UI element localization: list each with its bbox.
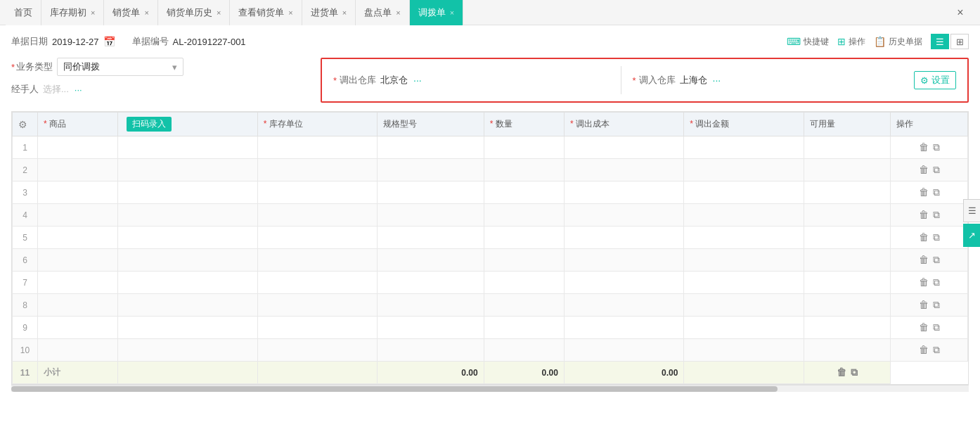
tab-close-transfer-order[interactable]: × xyxy=(450,8,454,17)
delete-icon[interactable]: 🗑 xyxy=(919,231,929,243)
cell-spec[interactable] xyxy=(377,136,484,159)
tab-home[interactable]: 首页 xyxy=(6,0,41,25)
cell-qty[interactable] xyxy=(484,204,564,227)
delete-icon[interactable]: 🗑 xyxy=(919,299,929,311)
cell-spec[interactable] xyxy=(377,159,484,181)
cell-qty[interactable] xyxy=(484,317,564,339)
sidebar-export-button[interactable]: ↗ xyxy=(963,224,980,247)
cell-qty[interactable] xyxy=(484,294,564,317)
cell-unit[interactable] xyxy=(257,159,377,181)
cell-unit[interactable] xyxy=(257,317,377,339)
copy-icon[interactable]: ⧉ xyxy=(933,141,940,153)
cell-product[interactable] xyxy=(38,136,118,159)
cell-unit[interactable] xyxy=(257,227,377,249)
cell-qty[interactable] xyxy=(484,159,564,181)
cell-product[interactable] xyxy=(38,227,118,249)
tab-close-inventory-count[interactable]: × xyxy=(396,8,400,17)
delete-icon[interactable]: 🗑 xyxy=(919,321,929,333)
cell-cost[interactable] xyxy=(564,249,683,272)
cell-amount[interactable] xyxy=(684,227,804,249)
cell-amount[interactable] xyxy=(684,159,804,181)
cell-product[interactable] xyxy=(38,159,118,181)
cell-qty[interactable] xyxy=(484,272,564,294)
cell-amount[interactable] xyxy=(684,272,804,294)
cell-amount[interactable] xyxy=(684,181,804,204)
scan-button[interactable]: 扫码录入 xyxy=(127,117,172,132)
warehouse-out-more-button[interactable]: ··· xyxy=(413,75,422,86)
cell-amount[interactable] xyxy=(684,136,804,159)
delete-icon[interactable]: 🗑 xyxy=(919,186,929,198)
sidebar-list-button[interactable]: ☰ xyxy=(963,199,980,222)
copy-icon[interactable]: ⧉ xyxy=(933,344,940,356)
th-gear[interactable]: ⚙ xyxy=(13,113,38,136)
calendar-icon[interactable]: 📅 xyxy=(103,36,115,47)
cell-spec[interactable] xyxy=(377,294,484,317)
cell-spec[interactable] xyxy=(377,272,484,294)
history-button[interactable]: 📋 历史单据 xyxy=(874,36,922,48)
cell-product[interactable] xyxy=(38,181,118,204)
cell-amount[interactable] xyxy=(684,317,804,339)
cell-amount[interactable] xyxy=(684,204,804,227)
action-button[interactable]: ⊞ 操作 xyxy=(837,36,865,48)
cell-qty[interactable] xyxy=(484,339,564,362)
cell-unit[interactable] xyxy=(257,181,377,204)
window-close-button[interactable]: × xyxy=(952,4,969,21)
copy-icon[interactable]: ⧉ xyxy=(933,186,940,198)
cell-qty[interactable] xyxy=(484,136,564,159)
delete-icon[interactable]: 🗑 xyxy=(919,276,929,288)
tab-close-view-sales[interactable]: × xyxy=(288,8,292,17)
cell-cost[interactable] xyxy=(564,294,683,317)
cell-spec[interactable] xyxy=(377,227,484,249)
cell-cost[interactable] xyxy=(564,317,683,339)
cell-product[interactable] xyxy=(38,294,118,317)
delete-icon[interactable]: 🗑 xyxy=(919,141,929,153)
copy-icon[interactable]: ⧉ xyxy=(851,367,858,378)
cell-unit[interactable] xyxy=(257,272,377,294)
scroll-thumb[interactable] xyxy=(11,386,778,392)
cell-product[interactable] xyxy=(38,317,118,339)
cell-unit[interactable] xyxy=(257,204,377,227)
tab-sales-history[interactable]: 销货单历史 × xyxy=(158,0,230,25)
cell-spec[interactable] xyxy=(377,204,484,227)
cell-qty[interactable] xyxy=(484,249,564,272)
tab-close-sales-order[interactable]: × xyxy=(144,8,148,17)
copy-icon[interactable]: ⧉ xyxy=(933,276,940,288)
cell-cost[interactable] xyxy=(564,181,683,204)
delete-icon[interactable]: 🗑 xyxy=(919,254,929,266)
copy-icon[interactable]: ⧉ xyxy=(933,231,940,243)
cell-amount[interactable] xyxy=(684,249,804,272)
tab-close-purchase-order[interactable]: × xyxy=(342,8,347,17)
cell-spec[interactable] xyxy=(377,317,484,339)
delete-icon[interactable]: 🗑 xyxy=(837,367,846,378)
cell-unit[interactable] xyxy=(257,339,377,362)
cell-unit[interactable] xyxy=(257,249,377,272)
cell-spec[interactable] xyxy=(377,181,484,204)
delete-icon[interactable]: 🗑 xyxy=(919,164,929,176)
business-type-select[interactable]: 同价调拨 ▾ xyxy=(57,58,183,76)
grid-view-button[interactable]: ⊞ xyxy=(950,34,969,49)
cell-qty[interactable] xyxy=(484,227,564,249)
cell-qty[interactable] xyxy=(484,181,564,204)
cell-amount[interactable] xyxy=(684,339,804,362)
copy-icon[interactable]: ⧉ xyxy=(933,254,940,266)
cell-product[interactable] xyxy=(38,339,118,362)
tab-transfer-order[interactable]: 调拨单 × xyxy=(410,0,463,25)
cell-product[interactable] xyxy=(38,204,118,227)
tab-sales-order[interactable]: 销货单 × xyxy=(104,0,157,25)
settings-button[interactable]: ⚙ 设置 xyxy=(914,71,956,89)
cell-amount[interactable] xyxy=(684,294,804,317)
cell-cost[interactable] xyxy=(564,204,683,227)
cell-cost[interactable] xyxy=(564,159,683,181)
cell-cost[interactable] xyxy=(564,227,683,249)
list-view-button[interactable]: ☰ xyxy=(931,34,949,49)
copy-icon[interactable]: ⧉ xyxy=(933,321,940,333)
cell-spec[interactable] xyxy=(377,249,484,272)
cell-product[interactable] xyxy=(38,272,118,294)
tab-inventory-count[interactable]: 盘点单 × xyxy=(356,0,409,25)
person-more-button[interactable]: ··· xyxy=(75,84,82,95)
cell-cost[interactable] xyxy=(564,136,683,159)
warehouse-in-more-button[interactable]: ··· xyxy=(713,75,721,86)
cell-cost[interactable] xyxy=(564,272,683,294)
cell-cost[interactable] xyxy=(564,339,683,362)
tab-purchase-order[interactable]: 进货单 × xyxy=(302,0,356,25)
